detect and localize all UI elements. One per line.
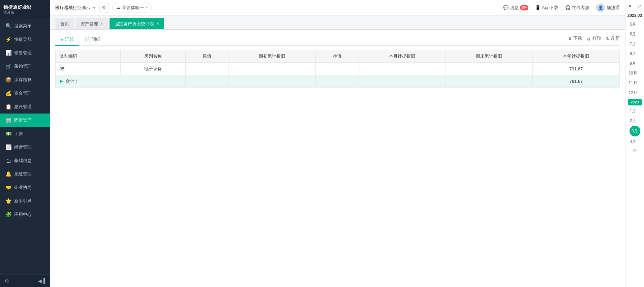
sales-icon: 📊 — [5, 50, 11, 56]
month-item-current-4[interactable]: 4月 — [625, 137, 640, 146]
operations-icon: 📈 — [5, 144, 11, 150]
settings-icon[interactable]: ⚙ — [5, 278, 9, 284]
month-item-5[interactable]: 5月 — [625, 20, 640, 29]
sidebar-item-operations[interactable]: 📈经营管理 — [0, 140, 50, 154]
col-annual: 本年计提折旧 — [532, 50, 619, 63]
company-arrow-icon: ▼ — [92, 6, 96, 10]
tab-asset-mgmt[interactable]: 资产管理✕ — [75, 18, 108, 29]
collapse-icon[interactable]: ◀▐ — [38, 278, 45, 284]
basic-icon: 🗂 — [5, 158, 11, 164]
company-name: 医疗器械行业演示 — [55, 5, 90, 11]
sidebar-item-ledger[interactable]: 📋总账管理 — [0, 100, 50, 114]
sidebar-item-search[interactable]: 🔍搜索菜单 — [0, 19, 50, 33]
month-nav-down-icon[interactable]: ⊕ — [625, 147, 644, 155]
content-area: ≡ 汇总 📄 明细 ⬇ 下载 🖨 打印 ↻ 刷新 — [50, 30, 625, 287]
tab-depreciation[interactable]: 固定资产折旧统计表✕ — [110, 18, 164, 29]
sidebar-label-quick: 快捷导航 — [14, 36, 32, 42]
col-name: 类别名称 — [120, 50, 185, 63]
month-item-10[interactable]: 10月 — [625, 68, 640, 78]
footer-label: ▶ 合计： — [56, 75, 186, 88]
tab-home[interactable]: 首页 — [55, 18, 74, 29]
download-btn[interactable]: ⬇ 下载 — [568, 35, 582, 41]
month-item-current-1[interactable]: 1月 — [625, 106, 640, 116]
download-label: 下载 — [573, 35, 582, 41]
month-item-12[interactable]: 12月 — [625, 88, 640, 97]
month-item-11[interactable]: 11月 — [625, 78, 640, 88]
sidebar-item-purchase[interactable]: 🛒采购管理 — [0, 60, 50, 73]
tab-close-depreciation[interactable]: ✕ — [156, 22, 159, 26]
sidebar-label-inventory: 库存核算 — [14, 77, 32, 83]
sidebar-item-guide[interactable]: 🌟新手引导 — [0, 194, 50, 208]
sidebar-label-system: 系统管理 — [14, 171, 32, 177]
sidebar-item-fixed[interactable]: 🏢固定资产 — [0, 114, 50, 127]
month-item-6[interactable]: 6月 — [625, 29, 640, 39]
tab-bar: 首页资产管理✕固定资产折旧统计表✕ — [50, 15, 625, 30]
table-row: 05 电子设备 791.67 — [56, 63, 620, 75]
messages-btn[interactable]: 💬 消息 99+ — [503, 5, 528, 11]
row-annual: 791.67 — [532, 63, 619, 75]
sidebar-item-app[interactable]: 🧩应用中心 — [0, 208, 50, 221]
row-original — [185, 63, 228, 75]
refresh-label: 刷新 — [611, 35, 620, 41]
trial-btn[interactable]: ☁ 我要体验一下 — [112, 3, 152, 12]
user-menu[interactable]: 👤 畅捷通 — [596, 3, 620, 12]
sidebar-item-basic[interactable]: 🗂基础信息 — [0, 154, 50, 167]
sidebar-nav: 🔍搜索菜单⚡快捷导航📊销售管理🛒采购管理📦库存核算💰资金管理📋总账管理🏢固定资产… — [0, 19, 50, 275]
company-selector[interactable]: 医疗器械行业演示 ▼ — [55, 5, 96, 11]
download-icon: 📱 — [535, 5, 541, 10]
avatar: 👤 — [596, 3, 605, 12]
sidebar-item-sales[interactable]: 📊销售管理 — [0, 46, 50, 60]
app-title: 畅捷通好业财 — [3, 4, 32, 10]
tab-close-asset-mgmt[interactable]: ✕ — [100, 22, 103, 26]
month-item-current-2[interactable]: 2月 — [625, 116, 640, 125]
subtab-detail-label: 明细 — [92, 36, 100, 42]
subtab-detail[interactable]: 📄 明细 — [79, 34, 106, 46]
online-service-btn[interactable]: 🎧 在线客服 — [565, 5, 589, 11]
subtab-summary[interactable]: ≡ 汇总 — [55, 34, 79, 46]
cloud-icon: ☁ — [116, 5, 120, 10]
sidebar-logo: 畅捷通好业财 普及版 — [0, 0, 50, 19]
sidebar-label-ledger: 总账管理 — [14, 104, 32, 110]
refresh-icon: ↻ — [606, 36, 610, 41]
sidebar: 畅捷通好业财 普及版 🔍搜索菜单⚡快捷导航📊销售管理🛒采购管理📦库存核算💰资金管… — [0, 0, 50, 287]
footer-annual: 791.67 — [532, 75, 619, 88]
topbar-right: 💬 消息 99+ 📱 App下载 🎧 在线客服 👤 畅捷通 — [503, 3, 620, 12]
sidebar-label-fixed: 固定资产 — [14, 117, 32, 123]
system-icon: 🔔 — [5, 171, 11, 177]
col-code: 类别编码 — [56, 50, 121, 63]
table-footer-row: ▶ 合计： 791.67 — [56, 75, 620, 88]
sidebar-item-inventory[interactable]: 📦库存核算 — [0, 73, 50, 87]
panel-expand-btn[interactable]: ⤢ — [637, 3, 641, 9]
salary-icon: 💵 — [5, 131, 11, 137]
topbar-settings-btn[interactable]: ⚙ — [99, 3, 109, 12]
sidebar-label-search: 搜索菜单 — [14, 23, 32, 29]
month-item-9[interactable]: 9月 — [625, 59, 640, 68]
sidebar-label-salary: 工资 — [14, 131, 23, 137]
sidebar-item-salary[interactable]: 💵工资 — [0, 127, 50, 140]
inventory-icon: 📦 — [5, 77, 11, 83]
app-download-btn[interactable]: 📱 App下载 — [535, 5, 558, 11]
sidebar-item-enterprise[interactable]: 🤝企业协同 — [0, 181, 50, 194]
quick-icon: ⚡ — [5, 36, 11, 42]
messages-label: 消息 — [510, 5, 519, 11]
messages-badge: 99+ — [520, 5, 528, 10]
sidebar-item-system[interactable]: 🔔系统管理 — [0, 167, 50, 181]
app-download-label: App下载 — [542, 5, 558, 11]
month-item-current-3[interactable]: 3月 — [630, 126, 640, 136]
month-item-7[interactable]: 7月 — [625, 39, 640, 49]
tab-label-asset-mgmt: 资产管理 — [81, 21, 98, 27]
sidebar-item-quick[interactable]: ⚡快捷导航 — [0, 33, 50, 46]
col-end-accum: 期末累计折旧 — [446, 50, 532, 63]
expand-icon[interactable]: ▶ — [60, 78, 63, 84]
finance-icon: 💰 — [5, 90, 11, 96]
print-btn[interactable]: 🖨 打印 — [587, 35, 601, 41]
download-icon2: ⬇ — [568, 36, 572, 41]
enterprise-icon: 🤝 — [5, 185, 11, 191]
fixed-icon: 🏢 — [5, 117, 11, 123]
sidebar-item-finance[interactable]: 💰资金管理 — [0, 87, 50, 100]
row-monthly — [359, 63, 446, 75]
panel-year-display: 2023.03 — [626, 11, 643, 19]
month-item-8[interactable]: 8月 — [625, 49, 640, 58]
refresh-btn[interactable]: ↻ 刷新 — [606, 35, 620, 41]
panel-close-btn[interactable]: ✕ — [628, 3, 632, 9]
